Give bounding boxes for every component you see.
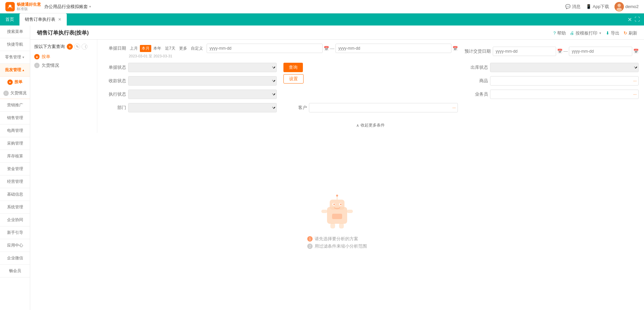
date-range-display: 2023-03-01 至 2023-03-31 [103,54,458,59]
filter-date-item: 单据日期 上月 本月 本年 近7天 更多 自定义 � [103,44,458,59]
dept-select[interactable] [128,103,277,112]
sidebar-item-wechat[interactable]: 企业微信 [0,252,30,265]
sidebar-item-search-menu[interactable]: 搜索菜单 [0,25,30,38]
svg-rect-13 [347,210,353,213]
header-left: 畅捷通好生意 标准版 办公用品行业模拟账套 ▾ [5,2,91,11]
expected-date-from-icon[interactable]: 📅 [557,49,562,54]
filter-expected-date: 预计交货日期 📅 — 📅 [465,44,639,59]
empty-hint-2: 2 用过滤条件来缩小分析范围 [307,243,367,249]
message-icon: 💬 [565,4,571,9]
payment-status-select[interactable] [128,76,277,86]
filter-salesperson: 业务员 ··· [465,90,639,99]
empty-hint-1: 1 请先选择要分析的方案 [307,236,367,242]
svg-point-3 [616,8,622,11]
sidebar-item-finance[interactable]: 资金管理 [0,163,30,175]
sidebar-item-ecommerce[interactable]: 电商管理 [0,124,30,137]
date-to-input[interactable] [335,44,451,53]
add-scheme-button[interactable]: + [67,44,73,50]
expand-window-icon[interactable]: ⛶ [635,16,640,22]
salesperson-more-icon[interactable]: ··· [633,92,637,97]
date-tab-this-month[interactable]: 本月 [140,45,151,52]
date-tab-this-year[interactable]: 本年 [152,45,163,52]
sidebar-item-basics[interactable]: 基础信息 [0,188,30,201]
salesperson-input[interactable] [490,90,639,99]
app-download-button[interactable]: 📱 App下载 [586,4,609,10]
sidebar-item-retail[interactable]: 零售管理 ▼ [0,51,30,64]
search-button[interactable]: 查询 [283,63,303,72]
date-from-calendar-icon[interactable]: 📅 [324,46,329,51]
sidebar-item-system[interactable]: 系统管理 [0,201,30,214]
collapse-up-icon: ∧ [356,123,359,128]
print-icon: 🖨 [570,31,574,36]
svg-rect-12 [321,210,327,213]
filter-left-title: 按以下方案查询 + ✎ 《 [34,44,93,50]
date-tab-more[interactable]: 更多 [177,45,189,52]
sidebar-item-inventory[interactable]: 库存核算 [0,150,30,163]
collapse-scheme-button[interactable]: 《 [82,44,88,50]
close-window-icon[interactable]: ✕ [628,16,632,23]
search-actions-col: 查询 设置 [283,63,458,99]
expected-date-to-icon[interactable]: 📅 [633,49,639,54]
goods-input[interactable] [490,76,639,86]
date-from-input[interactable] [207,44,323,53]
expected-date-from-input[interactable] [493,47,556,56]
customer-more-icon[interactable]: ··· [452,105,456,110]
page-title: 销售订单执行表(按单) [37,30,89,37]
sub-item-active-icon: ● [7,80,13,85]
svg-point-10 [333,204,335,205]
sidebar-item-operations[interactable]: 经营管理 [0,175,30,188]
doc-status-select[interactable] [128,63,277,72]
breadcrumb[interactable]: 办公用品行业模拟账套 ▾ [44,4,91,10]
expected-date-to-input[interactable] [569,47,632,56]
sidebar-sub-item-backorder[interactable]: ○ 欠货情况 [0,88,30,99]
sidebar-item-purchase[interactable]: 采购管理 [0,137,30,150]
help-button[interactable]: ? 帮助 [553,30,566,36]
tab-sales-order[interactable]: 销售订单执行表 ✕ [19,13,67,25]
refresh-button[interactable]: ↻ 刷新 [624,30,637,36]
filter-dept: 部门 ▼ [103,103,277,112]
sidebar-item-marketing[interactable]: 营销推广 [0,99,30,112]
delivery-status-select[interactable] [490,63,639,72]
empty-state: 1 请先选择要分析的方案 2 用过滤条件来缩小分析范围 [30,133,644,310]
filter-right-panel: 单据日期 上月 本月 本年 近7天 更多 自定义 � [97,40,644,133]
sidebar-item-wholesale[interactable]: 批发管理 ▲ [0,64,30,76]
date-tab-group: 上月 本月 本年 近7天 更多 自定义 [128,45,205,52]
collapse-filters-button[interactable]: ∧ 收起更多条件 [103,120,639,129]
date-tab-custom[interactable]: 自定义 [189,45,205,52]
print-button[interactable]: 🖨 按模板打印 ▼ [570,30,602,36]
filter-left-panel: 按以下方案查询 + ✎ 《 ● 按单 ○ 欠货情况 [30,40,97,133]
scheme-inactive-icon: ○ [34,63,40,68]
scheme-active-icon: ● [34,54,40,59]
svg-rect-15 [339,223,344,228]
date-to-calendar-icon[interactable]: 📅 [452,46,458,51]
edit-scheme-button[interactable]: ✎ [74,44,80,50]
settings-button[interactable]: 设置 [283,74,304,84]
sidebar-item-enterprise[interactable]: 企业协同 [0,214,30,226]
sidebar-item-sales-mgmt[interactable]: 销售管理 [0,112,30,124]
user-menu[interactable]: demo2 [614,2,639,11]
svg-rect-5 [330,200,344,210]
exec-status-select[interactable] [128,90,277,99]
tab-home[interactable]: 首页 [0,13,19,25]
filter-scheme-item[interactable]: ● 按单 [34,52,93,61]
date-tab-last-month[interactable]: 上月 [128,45,140,52]
sidebar-sub-item-by-order[interactable]: ● 按单 [0,76,30,88]
message-button[interactable]: 💬 消息 [565,4,581,10]
filter-scheme-item2[interactable]: ○ 欠货情况 [34,61,93,70]
sidebar-item-newbie[interactable]: 新手引导 [0,226,30,239]
filter-doc-status: 单据状态 ▼ [103,63,277,72]
goods-more-icon[interactable]: ··· [633,79,637,83]
filter-payment-status: 收款状态 ▼ [103,76,277,86]
customer-input[interactable] [309,103,458,112]
sidebar-item-member[interactable]: 畅会员 [0,265,30,277]
sidebar-item-quick-nav[interactable]: 快捷导航 [0,38,30,51]
sidebar-item-app-center[interactable]: 应用中心 [0,239,30,252]
filter-grid: 单据日期 上月 本月 本年 近7天 更多 自定义 � [103,44,639,129]
export-button[interactable]: ⬇ 导出 [606,30,620,36]
filter-goods: 商品 ··· [465,76,639,86]
chevron-down-icon: ▼ [22,56,25,59]
filter-customer: 客户 ··· [283,103,458,112]
date-tab-7days[interactable]: 近7天 [163,45,177,52]
tab-close-icon[interactable]: ✕ [58,17,61,22]
hint-num-1-icon: 1 [307,236,313,242]
